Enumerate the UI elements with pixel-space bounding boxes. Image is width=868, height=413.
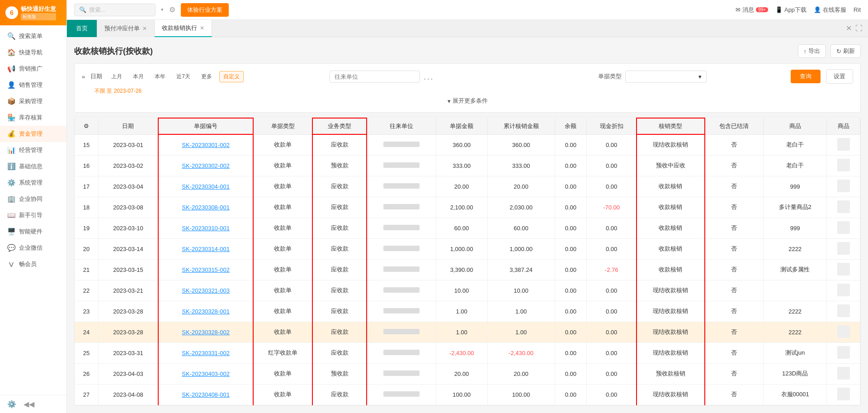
tab-close-all-btn[interactable]: ✕ (846, 24, 852, 33)
sidebar-item-member[interactable]: V畅会员 (0, 256, 66, 272)
hardware-icon: 🖥️ (7, 228, 15, 236)
tab-payable-close[interactable]: ✕ (142, 25, 147, 32)
filter-date-this-year[interactable]: 本年 (151, 71, 169, 82)
filter-doctype-select[interactable]: ▾ (625, 71, 707, 83)
cell-partner (367, 301, 436, 322)
msg-badge: 99+ (756, 7, 768, 12)
cell-goods-img (827, 197, 860, 218)
cell-doc-amount: 60.00 (436, 218, 487, 238)
cell-goods-img (827, 238, 860, 259)
doc-no-link[interactable]: SK-20230328-002 (182, 329, 230, 336)
sidebar-item-system[interactable]: ⚙️系统管理 (0, 175, 66, 191)
data-table: ⚙ 日期 单据编号 单据类型 业务类型 往来单位 单据金额 累计核销金额 余额 … (75, 118, 860, 406)
doc-no-link[interactable]: SK-20230301-002 (182, 142, 230, 148)
tab-collection-close[interactable]: ✕ (200, 25, 204, 31)
sidebar-item-wechat[interactable]: 💬企业微信 (0, 240, 66, 256)
cell-goods (764, 280, 827, 301)
cell-doc-no: SK-20230403-002 (158, 363, 253, 384)
sidebar-item-label-corp: 企业协同 (19, 195, 42, 203)
col-include-settled: 包含已结清 (705, 118, 764, 134)
sidebar-item-shortcut[interactable]: 🏠快捷导航 (0, 44, 66, 61)
user-avatar[interactable]: Rit (854, 6, 861, 13)
sidebar-item-operation[interactable]: 📊经营管理 (0, 142, 66, 158)
topbar-chevron-icon[interactable]: ▾ (161, 7, 164, 13)
tab-payable[interactable]: 预付冲应付单 ✕ (97, 20, 155, 37)
sidebar-item-basic[interactable]: ℹ️基础信息 (0, 158, 66, 175)
cell-acc-amount: 100.00 (487, 405, 555, 406)
filter-date-more[interactable]: 更多 (198, 71, 216, 82)
filter-date-this-month[interactable]: 本月 (129, 71, 147, 82)
cell-biz-type: 应收款 (312, 384, 367, 405)
table-row: 26 2023-04-03 SK-20230403-002 收款单 预收款 20… (75, 363, 860, 384)
doc-no-link[interactable]: SK-20230302-002 (182, 162, 230, 169)
sidebar-item-purchase[interactable]: 📦采购管理 (0, 93, 66, 109)
sidebar-item-label-system: 系统管理 (19, 179, 42, 187)
service-btn[interactable]: 👤 在线客服 (814, 6, 846, 14)
basic-icon: ℹ️ (7, 162, 15, 171)
sidebar-item-sales[interactable]: 👤销售管理 (0, 77, 66, 93)
cell-cash-discount: 0.00 (587, 405, 637, 406)
table-row: 28 2023-04-18 SK-20230418-001 收款单 应收款 10… (75, 405, 860, 406)
sidebar-item-corp[interactable]: 🏢企业协同 (0, 191, 66, 207)
cell-biz-type: 应收款 (312, 218, 367, 238)
sidebar-item-guide[interactable]: 📖新手引导 (0, 207, 66, 223)
sidebar-item-search[interactable]: 🔍搜索菜单 (0, 28, 66, 44)
cell-date: 2023-03-15 (99, 259, 158, 280)
filter-partner-input[interactable] (330, 71, 420, 83)
cell-no: 15 (75, 134, 99, 155)
topbar-search[interactable]: 🔍 搜索... (74, 4, 156, 16)
tab-home[interactable]: 首页 (67, 20, 97, 37)
msg-btn[interactable]: ✉ 消息 99+ (736, 6, 768, 14)
cell-partner (367, 363, 436, 384)
industry-btn[interactable]: 体验行业方案 (181, 3, 229, 17)
logo-text-block: 畅快通好生意 标推版 (21, 5, 56, 20)
tab-collection[interactable]: 收款核销执行 ✕ (155, 20, 212, 37)
cell-date: 2023-03-21 (99, 280, 158, 301)
cell-cash-discount: 0.00 (587, 280, 637, 301)
export-btn[interactable]: ↑ 导出 (798, 44, 826, 58)
doc-no-link[interactable]: SK-20230403-002 (182, 370, 230, 377)
table-header-row: ⚙ 日期 单据编号 单据类型 业务类型 往来单位 单据金额 累计核销金额 余额 … (75, 118, 860, 134)
search-placeholder: 搜索... (89, 6, 106, 14)
sidebar-item-finance[interactable]: 💰资金管理 (0, 126, 66, 142)
filter-date-prev-month[interactable]: 上月 (108, 71, 126, 82)
tab-expand-btn[interactable]: ⛶ (855, 24, 863, 33)
page-content: 收款核销执行(按收款) ↑ 导出 ↻ 刷新 » 日期 上月 本月 (67, 37, 868, 413)
doc-no-link[interactable]: SK-20230304-001 (182, 183, 230, 190)
cell-goods-img (827, 342, 860, 363)
cell-partner (367, 405, 436, 406)
doc-no-link[interactable]: SK-20230331-002 (182, 350, 230, 356)
sidebar-item-hardware[interactable]: 🖥️智能硬件 (0, 223, 66, 240)
doc-no-link[interactable]: SK-20230328-001 (182, 308, 230, 315)
filter-settings-btn[interactable]: 设置 (826, 69, 853, 84)
cell-date: 2023-03-08 (99, 197, 158, 218)
app-download-btn[interactable]: 📱 App下载 (775, 6, 807, 14)
doc-no-link[interactable]: SK-20230314-001 (182, 246, 230, 252)
sidebar-item-label-inventory: 库存核算 (19, 114, 42, 122)
doc-no-link[interactable]: SK-20230310-001 (182, 225, 230, 232)
expand-bar[interactable]: ▾ 展开更多条件 (82, 95, 853, 107)
doc-no-link[interactable]: SK-20230308-001 (182, 204, 230, 211)
settings-icon[interactable]: ⚙️ (7, 400, 16, 408)
refresh-btn[interactable]: ↻ 刷新 (830, 44, 861, 58)
collapse-icon[interactable]: ◀◀ (24, 400, 34, 408)
topbar-gear-icon[interactable]: ⚙ (169, 5, 175, 14)
filter-query-btn[interactable]: 查询 (791, 70, 821, 83)
table-row: 16 2023-03-02 SK-20230302-002 收款单 预收款 33… (75, 155, 860, 176)
cell-partner (367, 259, 436, 280)
filter-expand-arrow[interactable]: » (82, 73, 85, 80)
sidebar-item-inventory[interactable]: 🏪库存核算 (0, 109, 66, 126)
filter-date-7days[interactable]: 近7天 (173, 71, 194, 82)
filter-partner-dots[interactable]: ... (424, 71, 434, 82)
sidebar-item-marketing[interactable]: 📢营销推广 (0, 61, 66, 77)
export-label: 导出 (808, 47, 820, 55)
cell-doc-no: SK-20230315-002 (158, 259, 253, 280)
service-label: 在线客服 (823, 6, 846, 14)
table-row: 24 2023-03-28 SK-20230328-002 收款单 应收款 1.… (75, 322, 860, 342)
doc-no-link[interactable]: SK-20230408-001 (182, 391, 230, 398)
cell-date: 2023-03-31 (99, 342, 158, 363)
cell-doc-type: 收款单 (253, 238, 312, 259)
doc-no-link[interactable]: SK-20230315-002 (182, 266, 230, 273)
filter-date-custom[interactable]: 自定义 (219, 71, 244, 82)
doc-no-link[interactable]: SK-20230321-003 (182, 287, 230, 294)
